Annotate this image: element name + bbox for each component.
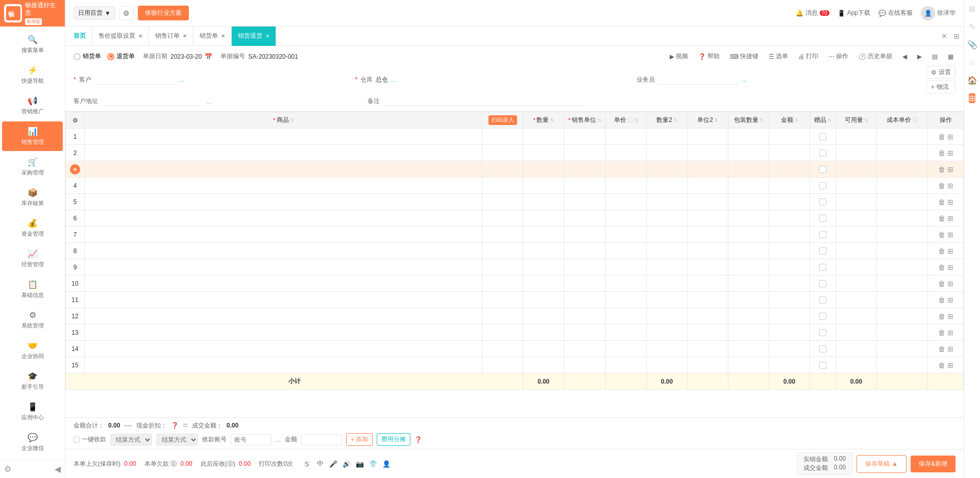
row-product-6[interactable] (85, 210, 482, 227)
calc-select[interactable]: 结算方式 (156, 434, 198, 446)
sort-product-icon[interactable]: ⇅ (290, 117, 294, 123)
delete-row-7-btn[interactable]: 🗑 (938, 231, 945, 239)
gift-checkbox-13[interactable] (819, 329, 826, 336)
copy-row-8-btn[interactable]: ⊞ (947, 247, 953, 255)
th-unit[interactable]: * 销售单位 ⇅ (564, 112, 606, 129)
sidebar-item-basic[interactable]: 📋 基础信息 (2, 274, 63, 304)
right-panel-btn-5[interactable]: 🏠 (967, 76, 977, 85)
copy-row-5-btn[interactable]: ⊞ (947, 198, 953, 206)
sidebar-item-quick[interactable]: ⚡ 快捷导航 (2, 60, 63, 90)
tab-close-return[interactable]: ✕ (265, 33, 270, 39)
remark-input[interactable] (383, 96, 587, 106)
copy-row-14-btn[interactable]: ⊞ (947, 345, 953, 353)
row-product-12[interactable] (85, 308, 482, 324)
gift-checkbox-1[interactable] (819, 133, 826, 140)
th-qty2[interactable]: 数量2 ⇅ (647, 112, 688, 129)
toolbar-shortcut[interactable]: ⌨ 快捷键 (728, 51, 761, 62)
one-click-checkbox[interactable] (74, 437, 80, 443)
delete-row-13-btn[interactable]: 🗑 (938, 329, 945, 337)
sort-pack-icon[interactable]: ⇅ (760, 117, 764, 123)
delete-row-2-btn[interactable]: 🗑 (938, 149, 945, 157)
tab-more-btn[interactable]: ⊞ (951, 31, 962, 41)
gift-checkbox-3[interactable] (819, 166, 826, 173)
row-product-11[interactable] (85, 292, 482, 308)
gift-checkbox-10[interactable] (819, 280, 826, 287)
delete-row-14-btn[interactable]: 🗑 (938, 345, 945, 353)
tool-shirt-icon[interactable]: 👕 (368, 458, 379, 469)
scan-btn[interactable]: 扫码录入 (488, 115, 517, 125)
add-row-btn[interactable]: + (70, 164, 80, 174)
right-panel-btn-6[interactable]: ⊞ (969, 93, 975, 103)
row-product-1[interactable] (85, 129, 482, 145)
gift-checkbox-5[interactable] (819, 198, 826, 206)
gift-checkbox-6[interactable] (819, 215, 826, 222)
th-gift[interactable]: 赠品 ⇅ (810, 112, 836, 129)
tool-camera-icon[interactable]: 📷 (354, 458, 365, 469)
gift-checkbox-4[interactable] (819, 182, 826, 189)
delete-row-15-btn[interactable]: 🗑 (938, 361, 945, 369)
tab-price-extract[interactable]: 售价提取设置 ✕ (92, 27, 149, 46)
discount-help-icon[interactable]: ❓ (171, 422, 179, 429)
tab-close-sales[interactable]: ✕ (221, 33, 225, 39)
copy-row-12-btn[interactable]: ⊞ (947, 312, 953, 320)
sort-gift-icon[interactable]: ⇅ (827, 117, 831, 123)
delete-row-1-btn[interactable]: 🗑 (938, 133, 945, 141)
set-btn[interactable]: ⚙ 设置 (926, 66, 955, 79)
save-draft-btn[interactable]: 保存草稿 ▲ (856, 455, 906, 473)
right-panel-btn-2[interactable]: ✎ (969, 22, 975, 32)
toolbar-prev[interactable]: ◀ (900, 52, 909, 61)
sidebar-item-sales[interactable]: 📊 销售管理 (2, 121, 63, 151)
delete-row-8-btn[interactable]: 🗑 (938, 247, 945, 255)
sort-qty-icon[interactable]: ⇅ (550, 117, 554, 123)
sort-available-icon[interactable]: ⇅ (864, 117, 868, 123)
address-input[interactable] (101, 96, 203, 106)
tab-return[interactable]: 销货退货 ✕ (232, 27, 276, 46)
address-more-btn[interactable]: ... (206, 98, 211, 105)
row-product-5[interactable] (85, 194, 482, 210)
row-product-14[interactable] (85, 341, 482, 357)
copy-row-9-btn[interactable]: ⊞ (947, 263, 953, 271)
sidebar-item-inventory[interactable]: 📦 库存核算 (2, 183, 63, 212)
collapse-btn[interactable]: ◀ (55, 464, 61, 474)
warehouse-more-btn[interactable]: ... (391, 76, 396, 83)
sort-unit2-icon[interactable]: ⇅ (714, 117, 718, 123)
tab-close-all-btn[interactable]: ✕ (939, 31, 949, 41)
sort-unit-icon[interactable]: ⇅ (597, 117, 601, 123)
logistics-btn[interactable]: + 物流 (926, 81, 955, 93)
row-product-3[interactable] (85, 161, 482, 178)
row-product-2[interactable] (85, 145, 482, 161)
th-available[interactable]: 可用量 ⇅ (836, 112, 877, 129)
delete-row-4-btn[interactable]: 🗑 (938, 182, 945, 190)
tab-sales[interactable]: 销货单 ✕ (193, 27, 232, 46)
calendar-icon[interactable]: 📅 (205, 53, 212, 60)
add-payment-btn[interactable]: + 添加 (346, 433, 373, 446)
copy-row-2-btn[interactable]: ⊞ (947, 149, 953, 157)
gift-checkbox-11[interactable] (819, 296, 826, 304)
staff-input[interactable] (658, 75, 739, 85)
radio-sales[interactable]: 销货单 (74, 52, 101, 61)
industry-select[interactable]: 日用百货 ▼ (74, 6, 115, 20)
tab-close-price[interactable]: ✕ (138, 33, 142, 39)
gift-checkbox-15[interactable] (819, 362, 826, 369)
th-pack-qty[interactable]: 包装数量 ⇅ (728, 112, 769, 129)
toolbar-view1[interactable]: ▤ (930, 52, 940, 61)
settings-bottom-btn[interactable]: ⚙ (4, 464, 11, 474)
toolbar-operation[interactable]: ⋯ 操作 (826, 51, 850, 62)
user-menu-btn[interactable]: 👤 徐泽华 (921, 6, 955, 20)
sidebar-item-system[interactable]: ⚙ 系统管理 (2, 305, 63, 335)
fee-split-btn[interactable]: 费用分摊 (377, 433, 410, 446)
settlement-select[interactable]: 结算方式 (110, 434, 152, 446)
experience-btn[interactable]: 体验行业方案 (138, 6, 189, 20)
delete-row-5-btn[interactable]: 🗑 (938, 198, 945, 206)
toolbar-help[interactable]: ❓ 帮助 (696, 51, 722, 62)
row-product-13[interactable] (85, 324, 482, 341)
tab-home[interactable]: 首页 (67, 27, 92, 46)
row-product-15[interactable] (85, 357, 482, 373)
col-settings-icon[interactable]: ⚙ (72, 117, 78, 124)
sidebar-item-appstore[interactable]: 📱 应用中心 (2, 397, 63, 426)
gift-checkbox-2[interactable] (819, 149, 826, 157)
delete-row-12-btn[interactable]: 🗑 (938, 312, 945, 320)
row-product-4[interactable] (85, 178, 482, 194)
sidebar-item-marketing[interactable]: 📢 营销推广 (2, 91, 63, 120)
messages-btn[interactable]: 🔔 消息 70 (796, 9, 829, 17)
